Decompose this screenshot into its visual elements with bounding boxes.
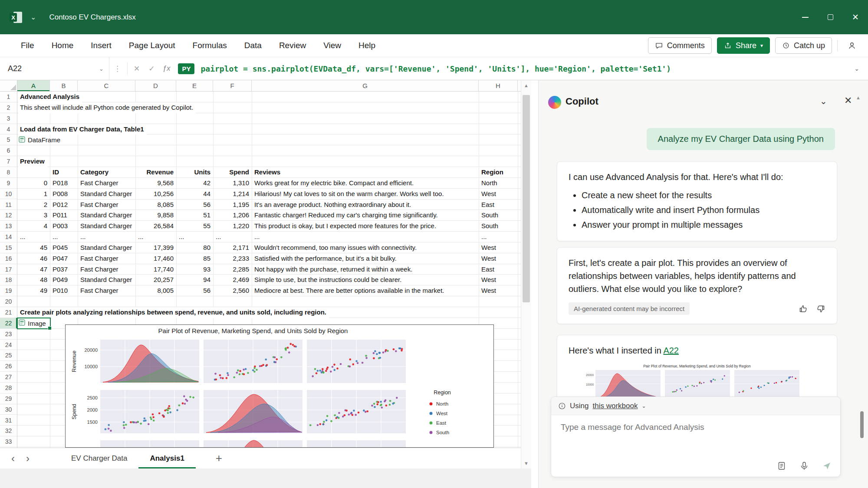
sheet-nav-right-icon[interactable]: › — [26, 452, 30, 465]
cell-F10[interactable]: 1,214 — [213, 189, 252, 200]
cell-text-row-7[interactable]: Preview — [19, 156, 47, 167]
cell-C14[interactable]: ... — [78, 232, 135, 242]
row-header-19[interactable]: 19 — [0, 285, 17, 296]
cell-C15[interactable]: Standard Charger — [78, 242, 135, 253]
cell-A18[interactable]: 48 — [17, 275, 50, 285]
cell-D11[interactable]: 8,085 — [135, 200, 176, 210]
cell-G8[interactable]: Reviews — [252, 167, 479, 178]
cell-B9[interactable]: P018 — [50, 178, 78, 189]
cell-E13[interactable]: 55 — [176, 221, 213, 232]
cell-F15[interactable]: 2,171 — [213, 242, 252, 253]
ribbon-tab-page-layout[interactable]: Page Layout — [129, 41, 175, 50]
cell-G15[interactable]: Wouldn't recommend, too many issues with… — [252, 242, 479, 253]
cell-A14[interactable]: ... — [17, 232, 50, 242]
column-header-C[interactable]: C — [78, 80, 135, 91]
cell-E16[interactable]: 85 — [176, 253, 213, 264]
insert-function-icon[interactable]: ƒx — [163, 64, 171, 73]
python-object-chip-dataframe[interactable]: DataFrame — [19, 134, 60, 145]
cell-F14[interactable]: ... — [213, 232, 252, 242]
row-header-10[interactable]: 10 — [0, 189, 17, 200]
cell-C18[interactable]: Standard Charger — [78, 275, 135, 285]
cell-F19[interactable]: 2,560 — [213, 285, 252, 296]
sheet-vertical-scrollbar[interactable]: ▲ ▼ — [521, 80, 531, 468]
cell-H14[interactable]: ... — [479, 232, 518, 242]
cell-F12[interactable]: 1,206 — [213, 210, 252, 221]
ribbon-tab-view[interactable]: View — [323, 41, 341, 50]
scroll-down-icon[interactable]: ▼ — [521, 458, 531, 468]
cell-D10[interactable]: 10,256 — [135, 189, 176, 200]
prompt-guide-icon[interactable] — [777, 461, 786, 471]
cell-A13[interactable]: 4 — [17, 221, 50, 232]
cell-A9[interactable]: 0 — [17, 178, 50, 189]
cell-B17[interactable]: P037 — [50, 264, 78, 275]
select-all-corner[interactable] — [0, 80, 17, 92]
row-header-21[interactable]: 21 — [0, 307, 17, 318]
ribbon-tab-home[interactable]: Home — [52, 41, 74, 50]
cell-A19[interactable]: 49 — [17, 285, 50, 296]
thumbs-down-icon[interactable] — [816, 304, 825, 314]
ribbon-tab-data[interactable]: Data — [244, 41, 262, 50]
row-header-3[interactable]: 3 — [0, 113, 17, 124]
sheet-tab-analysis1[interactable]: Analysis1 — [138, 448, 195, 468]
column-header-A[interactable]: A — [17, 80, 50, 91]
cell-D15[interactable]: 17,399 — [135, 242, 176, 253]
cell-E12[interactable]: 51 — [176, 210, 213, 221]
row-header-25[interactable]: 25 — [0, 350, 17, 361]
thumbs-up-icon[interactable] — [799, 304, 808, 314]
row-header-8[interactable]: 8 — [0, 167, 17, 178]
row-header-1[interactable]: 1 — [0, 92, 17, 102]
cell-H13[interactable]: South — [479, 221, 518, 232]
row-header-31[interactable]: 31 — [0, 415, 17, 426]
row-header-7[interactable]: 7 — [0, 156, 17, 167]
cell-H17[interactable]: East — [479, 264, 518, 275]
cell-H8[interactable]: Region — [479, 167, 518, 178]
minimize-button[interactable] — [792, 0, 818, 34]
row-header-17[interactable]: 17 — [0, 264, 17, 275]
column-header-F[interactable]: F — [213, 80, 252, 91]
ribbon-tab-file[interactable]: File — [21, 41, 34, 50]
cell-E14[interactable]: ... — [176, 232, 213, 242]
row-header-5[interactable]: 5 — [0, 134, 17, 145]
cell-F18[interactable]: 2,469 — [213, 275, 252, 285]
row-header-33[interactable]: 33 — [0, 436, 17, 447]
row-header-14[interactable]: 14 — [0, 232, 17, 242]
cell-H19[interactable]: West — [479, 285, 518, 296]
scroll-up-icon[interactable]: ▲ — [856, 95, 861, 100]
cell-F9[interactable]: 1,310 — [213, 178, 252, 189]
row-header-32[interactable]: 32 — [0, 426, 17, 436]
cell-E9[interactable]: 42 — [176, 178, 213, 189]
cell-A15[interactable]: 45 — [17, 242, 50, 253]
cell-C11[interactable]: Fast Charger — [78, 200, 135, 210]
message-input[interactable] — [560, 422, 820, 432]
cell-G10[interactable]: Hilarious! My cat loves to sit on the wa… — [252, 189, 479, 200]
cell-C13[interactable]: Standard Charger — [78, 221, 135, 232]
column-header-G[interactable]: G — [252, 80, 479, 91]
python-object-chip-image[interactable]: Image — [19, 318, 46, 329]
sheet-nav-left-icon[interactable]: ‹ — [11, 452, 15, 465]
cell-B18[interactable]: P049 — [50, 275, 78, 285]
cell-F16[interactable]: 2,233 — [213, 253, 252, 264]
row-header-27[interactable]: 27 — [0, 372, 17, 383]
chevron-down-icon[interactable]: ⌄ — [820, 96, 827, 106]
ribbon-tab-insert[interactable]: Insert — [91, 41, 112, 50]
scrollbar-thumb[interactable] — [523, 95, 530, 302]
more-options-icon[interactable]: ⋮ — [114, 64, 121, 73]
cell-B15[interactable]: P045 — [50, 242, 78, 253]
cell-D19[interactable]: 8,005 — [135, 285, 176, 296]
cell-reference-link[interactable]: A22 — [663, 346, 679, 355]
cell-B12[interactable]: P011 — [50, 210, 78, 221]
row-header-11[interactable]: 11 — [0, 200, 17, 210]
cell-G11[interactable]: It's an average product. Nothing extraor… — [252, 200, 479, 210]
cell-C9[interactable]: Fast Charger — [78, 178, 135, 189]
cell-D8[interactable]: Revenue — [135, 167, 176, 178]
cell-A17[interactable]: 47 — [17, 264, 50, 275]
cell-E18[interactable]: 94 — [176, 275, 213, 285]
cell-C19[interactable]: Fast Charger — [78, 285, 135, 296]
cell-G19[interactable]: Mediocre at best. There are better optio… — [252, 285, 479, 296]
cell-G12[interactable]: Fantastic charger! Reduced my car's char… — [252, 210, 479, 221]
cell-F11[interactable]: 1,195 — [213, 200, 252, 210]
row-header-29[interactable]: 29 — [0, 393, 17, 404]
cell-C12[interactable]: Standard Charger — [78, 210, 135, 221]
cell-A12[interactable]: 3 — [17, 210, 50, 221]
cell-E19[interactable]: 56 — [176, 285, 213, 296]
